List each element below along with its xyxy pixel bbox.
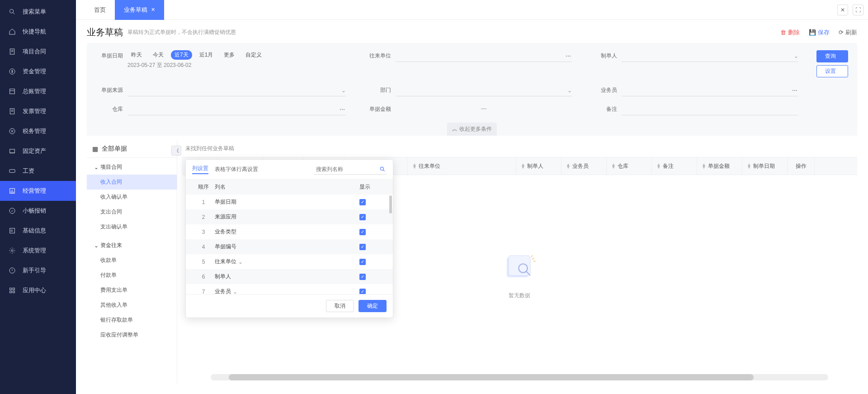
tree-leaf-expense-confirm[interactable]: 支出确认单 [87,219,177,234]
horizontal-scrollbar[interactable] [211,374,828,380]
tree-leaf-payment[interactable]: 付款单 [87,268,177,283]
date-tag-today[interactable]: 今天 [149,50,167,60]
date-tag-custom[interactable]: 自定义 [242,50,265,60]
sidebar-item-contract[interactable]: 项目合同 [0,42,76,62]
column-row[interactable]: 3业务类型✓ [186,224,393,239]
column-row[interactable]: 7业务员⌄✓ [186,284,393,294]
sidebar-item-funds[interactable]: 资金管理 [0,62,76,81]
sidebar-search[interactable]: 搜索菜单 [0,2,76,22]
sidebar-item-baseinfo[interactable]: 基础信息 [0,221,76,241]
svg-rect-12 [9,170,15,173]
sales-input[interactable]: ⋯ [622,85,798,96]
confirm-button[interactable]: 确定 [359,300,387,312]
svg-line-29 [383,170,385,171]
th-sales[interactable]: ▲▼业务员 [561,157,607,175]
delete-button[interactable]: 🗑删除 [780,28,800,37]
sidebar-item-quicknav[interactable]: 快捷导航 [0,22,76,42]
popover-th-order: 顺序 [192,183,215,191]
column-row[interactable]: 2来源应用✓ [186,209,393,224]
dept-input[interactable]: ⌄ [396,85,572,96]
checkbox-checked-icon[interactable]: ✓ [359,259,366,265]
popover-tab-font[interactable]: 表格字体行高设置 [215,166,258,173]
vertical-scrollbar[interactable] [389,195,392,214]
checkbox-checked-icon[interactable]: ✓ [359,199,366,205]
filter-label-warehouse: 仓库 [96,104,123,113]
trash-icon: 🗑 [780,29,786,36]
sidebar-item-ledger[interactable]: 总账管理 [0,81,76,101]
date-tag-yesterday[interactable]: 昨天 [127,50,146,60]
refresh-button[interactable]: ⟳刷新 [839,28,857,37]
tab-draft[interactable]: 业务草稿✕ [115,0,164,20]
tree-group-funds[interactable]: ⌄资金往来 [87,238,177,253]
sidebar-item-invoice[interactable]: 发票管理 [0,101,76,121]
popover-tab-columns[interactable]: 列设置 [192,165,208,174]
more-icon: ⋯ [792,87,798,94]
th-maker[interactable]: ▲▼制单人 [516,157,561,175]
asset-icon [8,147,16,155]
unit-input[interactable]: ⋯ [396,50,572,62]
th-note[interactable]: ▲▼备注 [652,157,697,175]
cancel-button[interactable]: 取消 [326,300,354,312]
sidebar-item-asset[interactable]: 固定资产 [0,141,76,161]
tree-leaf-income-confirm[interactable]: 收入确认单 [87,190,177,204]
tree-header: ▦ 全部单据 [87,140,177,158]
column-row[interactable]: 5往来单位⌄✓ [186,254,393,269]
ledger-icon [8,87,16,95]
search-icon[interactable] [379,166,386,174]
th-makedate[interactable]: ▲▼制单日期 [742,157,788,175]
warehouse-input[interactable]: ⋯ [127,104,346,115]
query-button[interactable]: 查询 [816,50,848,62]
checkbox-checked-icon[interactable]: ✓ [359,274,366,280]
tree-leaf-other-income[interactable]: 其他收入单 [87,298,177,313]
home-icon [8,28,16,36]
close-icon[interactable]: ✕ [151,7,155,13]
column-row[interactable]: 1单据日期✓ [186,195,393,209]
refresh-icon: ⟳ [839,29,844,36]
tree-leaf-expense-contract[interactable]: 支出合同 [87,204,177,219]
date-tag-7days[interactable]: 近7天 [171,50,192,60]
sidebar-item-guide[interactable]: 新手引导 [0,261,76,280]
date-tag-1month[interactable]: 近1月 [196,50,217,60]
tree-leaf-receipt[interactable]: 收款单 [87,253,177,268]
note-input[interactable] [622,104,798,115]
sidebar-item-tax[interactable]: 税务管理 [0,121,76,141]
sidebar-item-salary[interactable]: 工资 [0,161,76,181]
tree-leaf-adjust[interactable]: 应收应付调整单 [87,328,177,342]
column-row[interactable]: 6制单人✓ [186,269,393,284]
tree-leaf-income-contract[interactable]: 收入合同 [87,175,177,190]
tree-group-contract[interactable]: ⌄项目合同 [87,160,177,175]
column-row[interactable]: 4单据编号✓ [186,239,393,254]
svg-line-1 [13,13,14,14]
sidebar-item-system[interactable]: 系统管理 [0,241,76,261]
tree-leaf-bank-deposit[interactable]: 银行存取款单 [87,313,177,328]
expense-icon [8,207,16,215]
sidebar-item-business[interactable]: 经营管理 [0,181,76,201]
column-search-input[interactable] [314,164,387,175]
sidebar-item-apps[interactable]: 应用中心 [0,280,76,300]
checkbox-checked-icon[interactable]: ✓ [359,244,366,250]
save-button[interactable]: 💾保存 [809,28,830,37]
fullscreen-icon[interactable]: ⛶ [853,5,863,15]
checkbox-checked-icon[interactable]: ✓ [359,229,366,235]
maker-input[interactable]: ⌄ [622,50,798,62]
checkbox-checked-icon[interactable]: ✓ [359,289,366,294]
sidebar-item-expense[interactable]: 小畅报销 [0,201,76,221]
scrollbar-thumb[interactable] [229,374,754,380]
chevron-down-icon: ⌄ [94,164,99,171]
settings-button[interactable]: 设置 [816,65,848,77]
collapse-filters-button[interactable]: ︽收起更多条件 [447,123,497,136]
collapse-tree-button[interactable]: 《 [171,146,181,156]
date-tag-more[interactable]: 更多 [220,50,238,60]
filter-label-source: 单据来源 [96,85,123,94]
tab-home[interactable]: 首页 [85,0,115,20]
tree-leaf-expense-bill[interactable]: 费用支出单 [87,283,177,298]
source-input[interactable]: ⌄ [127,85,346,96]
checkbox-checked-icon[interactable]: ✓ [359,214,366,220]
close-all-icon[interactable]: ✕ [837,5,848,15]
th-warehouse[interactable]: ▲▼仓库 [607,157,652,175]
th-amount[interactable]: ▲▼单据金额 [697,157,742,175]
th-unit[interactable]: ▲▼往来单位 [408,157,516,175]
filter-label-sales: 业务员 [590,85,617,94]
chevron-down-icon: ⌄ [94,242,99,249]
chevron-down-icon: ⌄ [233,289,237,294]
